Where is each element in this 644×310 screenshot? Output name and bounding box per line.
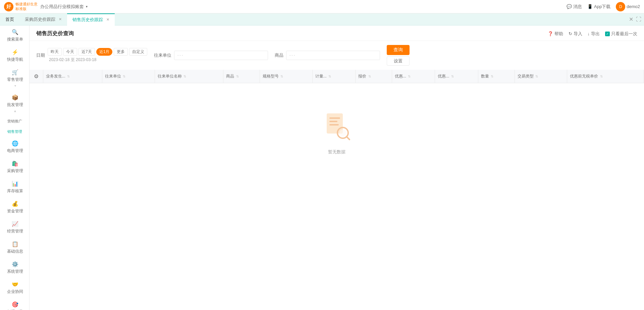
date-btn-7days[interactable]: 近7天 xyxy=(78,48,95,56)
sidebar-sub-sales-mgmt[interactable]: 销售管理 xyxy=(0,126,29,137)
sidebar-item-system-mgmt[interactable]: ⚙️ 系统管理 xyxy=(0,258,29,278)
col-discount1[interactable]: 优惠... ⇅ xyxy=(392,70,435,83)
col-discount2[interactable]: 优惠... ⇅ xyxy=(435,70,478,83)
logo-icon: 好 xyxy=(4,2,13,11)
avatar: D xyxy=(616,2,625,11)
col-unit[interactable]: 计量... ⇅ xyxy=(312,70,356,83)
sort-arrows-quote: ⇅ xyxy=(368,74,371,78)
svg-line-5 xyxy=(346,137,350,140)
sidebar-sub-marketing[interactable]: 营销推广 xyxy=(0,116,29,126)
col-business-date[interactable]: 业务发生... ⇅ xyxy=(43,70,102,83)
action-buttons: 查询 设置 xyxy=(387,45,410,66)
inventory-icon: 📊 xyxy=(12,180,18,187)
settings-button[interactable]: 设置 xyxy=(387,56,410,66)
col-trade-type[interactable]: 交易类型 ⇅ xyxy=(515,70,567,83)
tab-close-all-btn[interactable]: ✕ xyxy=(629,16,633,22)
sort-arrows-business-date: ⇅ xyxy=(67,74,70,78)
tab-sales-history-close[interactable]: ✕ xyxy=(106,17,109,22)
tab-home[interactable]: 首页 xyxy=(0,13,19,25)
help-btn[interactable]: ❓ 帮助 xyxy=(548,31,563,37)
col-spec[interactable]: 规格型号 ⇅ xyxy=(260,70,312,83)
partner-label: 往来单位 xyxy=(154,52,171,58)
product-placeholder: ··· xyxy=(289,52,296,58)
sidebar-item-quick-nav[interactable]: ⚡ 快捷导航 xyxy=(0,46,29,66)
only-last-checkbox[interactable]: ✓ 只看最后一次 xyxy=(605,31,637,37)
message-btn[interactable]: 💬 消息 xyxy=(567,4,582,10)
sort-arrows-pre-tax-price: ⇅ xyxy=(600,74,603,78)
sidebar-item-new-guide[interactable]: 🎯 新手引导 xyxy=(0,298,29,310)
date-btn-1month[interactable]: 近1月 xyxy=(96,48,113,56)
tab-purchase-history-close[interactable]: ✕ xyxy=(59,17,62,21)
basic-info-icon: 📋 xyxy=(12,241,18,247)
top-bar-right: 💬 消息 📱 App下载 D demo2 xyxy=(567,2,640,11)
import-btn[interactable]: ↻ 导入 xyxy=(569,31,582,37)
col-product[interactable]: 商品 ⇅ xyxy=(223,70,260,83)
sort-arrows-trade-type: ⇅ xyxy=(535,74,538,78)
retail-mgmt-icon: 🛒 xyxy=(12,69,18,75)
col-settings[interactable]: ⚙ xyxy=(30,70,43,83)
export-btn[interactable]: ↓ 导出 xyxy=(588,31,600,37)
empty-text: 暂无数据 xyxy=(328,149,345,155)
sidebar-item-inventory[interactable]: 📊 库存核算 xyxy=(0,177,29,197)
sidebar-item-ecommerce[interactable]: 🌐 电商管理 xyxy=(0,137,29,157)
gear-icon: ⚙ xyxy=(34,73,39,79)
sort-arrows-spec: ⇅ xyxy=(280,74,283,78)
app-download-btn[interactable]: 📱 App下载 xyxy=(587,4,610,10)
message-icon: 💬 xyxy=(567,4,572,9)
sidebar: 🔍 搜索菜单 ⚡ 快捷导航 🛒 零售管理 ▾ 📦 批发管理 ▲ 营销推广 销售管… xyxy=(0,25,30,310)
sidebar-item-search-menu[interactable]: 🔍 搜索菜单 xyxy=(0,25,29,46)
app-dropdown-arrow: ▾ xyxy=(86,5,88,8)
sidebar-item-business-mgmt[interactable]: 📈 经营管理 xyxy=(0,217,29,238)
sidebar-item-wholesale-mgmt[interactable]: 📦 批发管理 ▲ xyxy=(0,91,29,116)
sidebar-item-finance-mgmt[interactable]: 💰 资金管理 xyxy=(0,197,29,217)
col-quantity[interactable]: 数量 ⇅ xyxy=(478,70,515,83)
ecommerce-icon: 🌐 xyxy=(12,140,18,147)
partner-input[interactable]: ··· xyxy=(174,51,268,60)
date-btn-yesterday[interactable]: 昨天 xyxy=(48,48,62,56)
retail-mgmt-arrow: ▾ xyxy=(14,84,16,88)
page-title: 销售历史价查询 xyxy=(36,30,74,37)
svg-rect-0 xyxy=(327,113,343,134)
date-btn-custom[interactable]: 自定义 xyxy=(129,48,147,56)
new-guide-icon: 🎯 xyxy=(12,301,18,308)
sort-arrows-partner-name: ⇅ xyxy=(183,74,186,78)
partner-filter-group: 往来单位 ··· xyxy=(154,51,268,60)
sidebar-item-basic-info[interactable]: 📋 基础信息 xyxy=(0,238,29,258)
date-btn-more[interactable]: 更多 xyxy=(114,48,128,56)
col-pre-tax-price[interactable]: 优惠前无税单价 ⇅ xyxy=(567,70,644,83)
sidebar-item-enterprise-collab[interactable]: 🤝 企业协同 xyxy=(0,278,29,298)
user-area[interactable]: D demo2 xyxy=(616,2,640,11)
sidebar-item-purchase-mgmt[interactable]: 🛍️ 采购管理 xyxy=(0,157,29,177)
product-filter-group: 商品 ··· xyxy=(275,51,380,60)
col-partner-code[interactable]: 往来单位 ⇅ xyxy=(102,70,155,83)
logo-text: 畅捷通好生意 标准版 xyxy=(15,2,38,11)
date-btn-today[interactable]: 今天 xyxy=(63,48,77,56)
tab-bar: 首页 采购历史价跟踪 ✕ 销售历史价跟踪 ✕ ✕ ⛶ xyxy=(0,13,644,25)
help-icon: ❓ xyxy=(548,31,553,36)
table-header-row: ⚙ 业务发生... ⇅ 往来单位 ⇅ 往来单位名称 ⇅ xyxy=(30,70,644,83)
query-button[interactable]: 查询 xyxy=(387,45,410,55)
tab-fullscreen-btn[interactable]: ⛶ xyxy=(636,16,641,22)
product-input[interactable]: ··· xyxy=(286,51,380,60)
sort-arrows-product: ⇅ xyxy=(236,74,239,78)
wholesale-mgmt-arrow: ▲ xyxy=(13,109,17,113)
tab-sales-history[interactable]: 销售历史价跟踪 ✕ xyxy=(67,13,115,25)
header-actions: ❓ 帮助 ↻ 导入 ↓ 导出 ✓ 只看最后一次 xyxy=(548,31,638,37)
col-partner-name[interactable]: 往来单位名称 ⇅ xyxy=(155,70,223,83)
empty-svg xyxy=(320,110,354,144)
export-icon: ↓ xyxy=(588,31,590,36)
tab-purchase-history[interactable]: 采购历史价跟踪 ✕ xyxy=(19,13,67,25)
logo-area: 好 畅捷通好生意 标准版 xyxy=(4,2,38,11)
table-container: ⚙ 业务发生... ⇅ 往来单位 ⇅ 往来单位名称 ⇅ xyxy=(30,70,644,310)
sort-arrows-unit: ⇅ xyxy=(328,74,331,78)
date-filter-group: 日期 昨天 今天 近7天 近1月 更多 自定义 2023-02-18 至 202… xyxy=(36,48,147,63)
main-layout: 🔍 搜索菜单 ⚡ 快捷导航 🛒 零售管理 ▾ 📦 批发管理 ▲ 营销推广 销售管… xyxy=(0,25,644,310)
product-label: 商品 xyxy=(275,52,283,58)
col-quote[interactable]: 报价 ⇅ xyxy=(356,70,392,83)
app-selector[interactable]: 办公用品行业模拟账套 ▾ xyxy=(40,4,88,10)
quick-nav-icon: ⚡ xyxy=(12,49,18,55)
search-menu-icon: 🔍 xyxy=(12,29,18,35)
svg-rect-1 xyxy=(329,117,340,119)
sidebar-item-retail-mgmt[interactable]: 🛒 零售管理 ▾ xyxy=(0,66,29,91)
page-header: 销售历史价查询 ❓ 帮助 ↻ 导入 ↓ 导出 ✓ 只看最后一次 xyxy=(30,25,644,41)
